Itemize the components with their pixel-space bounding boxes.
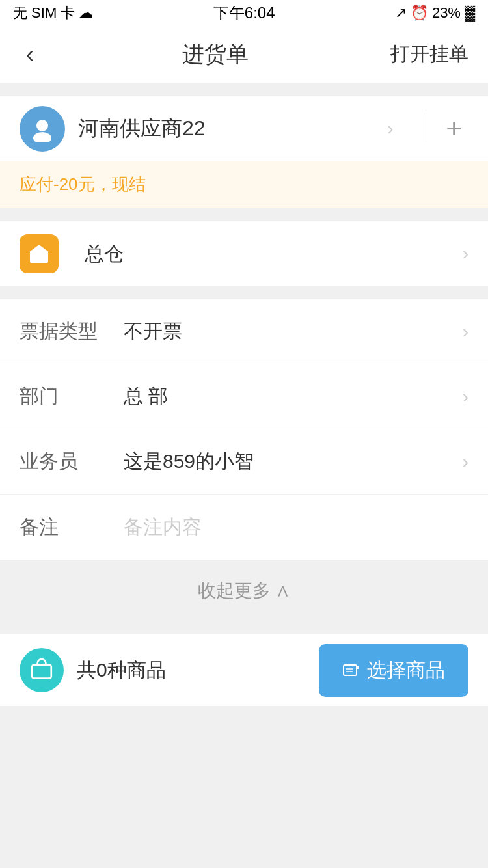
supplier-chevron-icon: ›: [387, 118, 393, 139]
collapse-button[interactable]: 收起更多 ∧: [0, 560, 488, 621]
sim-signal: 无 SIM 卡 ☁: [13, 3, 93, 23]
department-row[interactable]: 部门 总 部 ›: [0, 364, 488, 429]
ticket-type-label: 票据类型: [20, 318, 111, 345]
warehouse-section: 总仓 ›: [0, 221, 488, 286]
cart-icon: [29, 658, 54, 683]
add-supplier-button[interactable]: +: [439, 107, 468, 151]
supplier-name: 河南供应商22: [78, 115, 387, 143]
status-left: 无 SIM 卡 ☁: [13, 3, 93, 23]
battery-level: 23%: [432, 5, 461, 21]
ticket-type-value: 不开票: [111, 318, 463, 345]
nav-bar: ‹ 进货单 打开挂单: [0, 26, 488, 83]
product-icon-bg: [20, 648, 64, 692]
warehouse-icon-bg: [20, 234, 59, 273]
svg-rect-2: [30, 251, 48, 263]
ticket-type-row[interactable]: 票据类型 不开票 ›: [0, 299, 488, 364]
alarm-icon: ⏰: [411, 5, 428, 21]
user-icon: [29, 116, 55, 142]
open-pending-button[interactable]: 打开挂单: [390, 41, 468, 68]
salesperson-row[interactable]: 业务员 这是859的小智 ›: [0, 429, 488, 495]
svg-marker-3: [29, 245, 49, 252]
section-gap-2: [0, 208, 488, 221]
department-label: 部门: [20, 383, 111, 410]
supplier-row[interactable]: 河南供应商22 › +: [0, 96, 488, 161]
department-value: 总 部: [111, 383, 463, 410]
status-time: 下午6:04: [213, 3, 275, 23]
page-title: 进货单: [182, 40, 249, 70]
notice-bar: 应付-20元，现结: [0, 161, 488, 208]
battery-icon: ▓: [465, 5, 475, 21]
product-count: 共0种商品: [77, 657, 319, 684]
remark-label: 备注: [20, 514, 111, 541]
svg-rect-4: [32, 665, 51, 679]
back-button[interactable]: ‹: [20, 34, 40, 75]
supplier-avatar: [20, 106, 65, 152]
warehouse-row[interactable]: 总仓 ›: [0, 221, 488, 286]
salesperson-label: 业务员: [20, 448, 111, 475]
bottom-section: 共0种商品 选择商品: [0, 634, 488, 706]
ticket-type-chevron-icon: ›: [463, 321, 468, 342]
supplier-section: 河南供应商22 › + 应付-20元，现结: [0, 96, 488, 208]
remark-row[interactable]: 备注 备注内容: [0, 495, 488, 560]
section-gap-3: [0, 286, 488, 299]
form-section: 票据类型 不开票 › 部门 总 部 › 业务员 这是859的小智 › 备注 备注…: [0, 299, 488, 560]
warehouse-name: 总仓: [72, 241, 463, 267]
salesperson-value: 这是859的小智: [111, 448, 463, 475]
salesperson-chevron-icon: ›: [463, 452, 468, 472]
warehouse-chevron-icon: ›: [463, 243, 468, 264]
svg-point-0: [36, 120, 48, 131]
status-bar: 无 SIM 卡 ☁ 下午6:04 ↗ ⏰ 23% ▓: [0, 0, 488, 26]
location-icon: ↗: [395, 5, 407, 21]
select-product-button[interactable]: 选择商品: [319, 644, 468, 697]
remark-placeholder: 备注内容: [111, 514, 468, 541]
select-product-icon: [342, 661, 360, 679]
select-product-label: 选择商品: [367, 657, 445, 684]
department-chevron-icon: ›: [463, 387, 468, 407]
svg-point-1: [33, 132, 51, 142]
status-right: ↗ ⏰ 23% ▓: [395, 5, 475, 21]
svg-rect-5: [344, 665, 357, 675]
warehouse-icon: [27, 242, 51, 265]
divider: [426, 113, 426, 145]
section-gap-1: [0, 83, 488, 96]
page-background: [0, 706, 488, 868]
